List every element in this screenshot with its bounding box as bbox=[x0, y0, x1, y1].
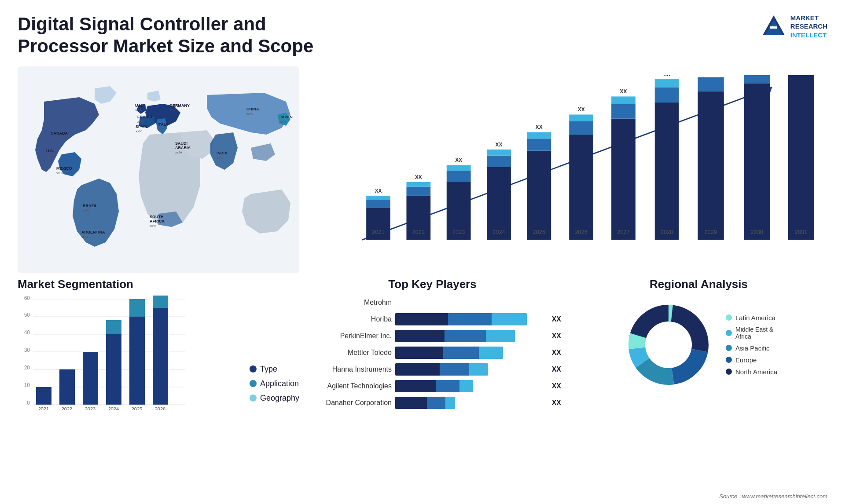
logo-text: MARKET RESEARCH INTELLECT bbox=[790, 14, 827, 40]
player-name-metrohm: Metrohm bbox=[304, 299, 392, 307]
svg-text:BRAZIL: BRAZIL bbox=[83, 204, 97, 208]
svg-text:INDIA: INDIA bbox=[217, 151, 228, 155]
svg-rect-63 bbox=[569, 135, 593, 240]
svg-rect-45 bbox=[406, 182, 430, 187]
svg-text:FRANCE: FRANCE bbox=[137, 115, 154, 119]
player-name-hanna: Hanna Instruments bbox=[304, 365, 392, 373]
svg-text:SPAIN: SPAIN bbox=[136, 124, 147, 129]
donut-chart-svg bbox=[620, 296, 717, 393]
svg-text:10: 10 bbox=[24, 382, 30, 388]
svg-rect-49 bbox=[447, 171, 471, 182]
svg-text:xx%: xx% bbox=[135, 108, 142, 112]
svg-text:xx%: xx% bbox=[175, 150, 182, 154]
svg-text:JAPAN: JAPAN bbox=[279, 115, 293, 119]
svg-text:2025: 2025 bbox=[132, 406, 142, 410]
world-map-svg: CANADA xx% U.S. xx% MEXICO xx% BRAZIL xx… bbox=[18, 66, 299, 273]
type-dot bbox=[250, 365, 257, 373]
reg-legend-latin: Latin America bbox=[726, 314, 777, 321]
svg-rect-50 bbox=[447, 165, 471, 171]
bar-chart-section: 2021 XX 2022 XX 2023 XX bbox=[304, 66, 827, 273]
svg-text:XX: XX bbox=[496, 141, 503, 147]
regional-inner: Latin America Middle East &Africa Asia P… bbox=[570, 296, 827, 393]
segmentation-chart-svg: 0 10 20 30 40 50 60 bbox=[18, 296, 185, 410]
svg-text:xx%: xx% bbox=[169, 108, 176, 112]
player-horiba: Horiba XX bbox=[304, 313, 561, 325]
svg-text:U.K.: U.K. bbox=[135, 103, 143, 108]
player-name-perkin: PerkinElmer Inc. bbox=[304, 332, 392, 340]
svg-text:2028: 2028 bbox=[661, 228, 673, 235]
svg-text:xx%: xx% bbox=[137, 120, 144, 124]
svg-rect-103 bbox=[36, 387, 51, 405]
svg-text:2026: 2026 bbox=[155, 406, 165, 410]
player-val-hanna: XX bbox=[552, 365, 561, 373]
svg-text:2031: 2031 bbox=[795, 228, 807, 235]
svg-rect-73 bbox=[655, 102, 679, 240]
player-name-danaher: Danaher Corporation bbox=[304, 399, 392, 407]
svg-text:xx%: xx% bbox=[246, 112, 253, 116]
segmentation-section: Market Segmentation 0 10 20 30 40 50 60 bbox=[18, 278, 299, 496]
svg-text:2024: 2024 bbox=[492, 228, 505, 235]
svg-text:U.S.: U.S. bbox=[46, 149, 54, 153]
svg-text:40: 40 bbox=[24, 329, 30, 336]
latin-dot bbox=[726, 314, 732, 321]
svg-rect-54 bbox=[487, 155, 511, 167]
svg-rect-59 bbox=[527, 139, 551, 150]
svg-text:2030: 2030 bbox=[750, 228, 763, 235]
svg-text:2029: 2029 bbox=[704, 228, 716, 235]
svg-rect-60 bbox=[527, 132, 551, 139]
svg-text:MEXICO: MEXICO bbox=[56, 166, 72, 171]
reg-legend-apac: Asia Pacific bbox=[726, 344, 777, 352]
svg-rect-110 bbox=[106, 320, 121, 334]
bar-chart-svg: 2021 XX 2022 XX 2023 XX bbox=[308, 75, 814, 260]
svg-text:XX: XX bbox=[578, 106, 585, 113]
svg-text:2021: 2021 bbox=[38, 406, 49, 410]
player-hanna: Hanna Instruments XX bbox=[304, 363, 561, 376]
player-perkin: PerkinElmer Inc. XX bbox=[304, 330, 561, 342]
svg-rect-113 bbox=[129, 299, 145, 317]
svg-text:20: 20 bbox=[24, 365, 30, 371]
svg-text:2022: 2022 bbox=[62, 406, 72, 410]
player-val-danaher: XX bbox=[552, 399, 561, 407]
svg-text:xx%: xx% bbox=[279, 120, 286, 124]
svg-rect-75 bbox=[655, 79, 679, 87]
segmentation-legend: Type Application Geography bbox=[241, 356, 299, 412]
source-text: Source : www.marketresearchintellect.com bbox=[719, 493, 827, 500]
svg-text:XX: XX bbox=[415, 174, 422, 180]
svg-rect-65 bbox=[569, 114, 593, 121]
svg-text:xx%: xx% bbox=[83, 208, 89, 212]
bottom-right: Top Key Players Metrohm Horiba bbox=[304, 278, 827, 496]
svg-rect-58 bbox=[527, 150, 551, 240]
svg-text:XX: XX bbox=[375, 187, 382, 194]
svg-rect-44 bbox=[406, 187, 430, 196]
svg-text:xx%: xx% bbox=[217, 156, 223, 160]
reg-legend-mea: Middle East &Africa bbox=[726, 326, 777, 340]
svg-text:30: 30 bbox=[24, 347, 30, 353]
svg-text:xx%: xx% bbox=[56, 171, 63, 175]
map-section: CANADA xx% U.S. xx% MEXICO xx% BRAZIL xx… bbox=[18, 66, 299, 273]
svg-text:xx%: xx% bbox=[150, 224, 156, 228]
svg-text:2023: 2023 bbox=[452, 228, 465, 235]
header: Digital Signal Controller and Processor … bbox=[18, 13, 827, 58]
svg-rect-115 bbox=[153, 308, 168, 405]
svg-rect-70 bbox=[611, 96, 636, 104]
player-name-mettler: Mettler Toledo bbox=[304, 349, 392, 357]
svg-rect-112 bbox=[129, 317, 145, 405]
svg-text:XX: XX bbox=[620, 88, 627, 95]
svg-text:CANADA: CANADA bbox=[51, 131, 68, 135]
page-title: Digital Signal Controller and Processor … bbox=[18, 13, 326, 58]
svg-text:2023: 2023 bbox=[85, 406, 96, 410]
svg-text:xx%: xx% bbox=[46, 153, 53, 157]
player-bar-metrohm bbox=[395, 296, 561, 309]
logo-icon bbox=[760, 13, 787, 40]
legend-application: Application bbox=[250, 379, 299, 388]
svg-rect-79 bbox=[698, 77, 724, 91]
player-val-agilent: XX bbox=[552, 382, 561, 390]
svg-text:ARGENTINA: ARGENTINA bbox=[81, 230, 105, 234]
svg-rect-68 bbox=[611, 118, 636, 240]
svg-rect-78 bbox=[698, 91, 724, 240]
regional-legend: Latin America Middle East &Africa Asia P… bbox=[726, 314, 777, 376]
regional-section: Regional Analysis bbox=[570, 278, 827, 496]
svg-text:ITALY: ITALY bbox=[158, 122, 169, 127]
svg-text:60: 60 bbox=[24, 296, 30, 301]
players-title: Top Key Players bbox=[304, 278, 561, 291]
